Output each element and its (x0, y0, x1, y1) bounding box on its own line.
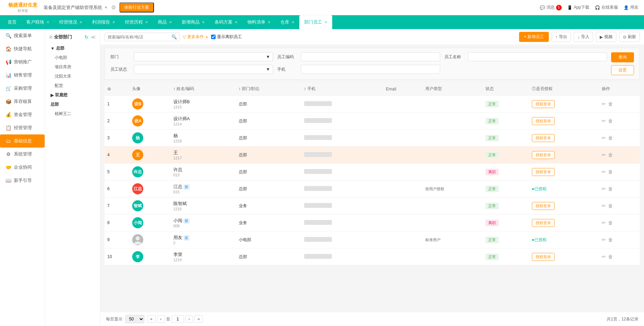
tab-close-icon[interactable]: ✕ (169, 20, 172, 25)
prev-page-btn[interactable]: ‹ (157, 315, 165, 323)
delete-icon[interactable]: 🗑 (608, 203, 613, 209)
search-btn[interactable]: 查询 (611, 52, 634, 62)
sidebar-coop[interactable]: 🤝 企业协同 (0, 161, 45, 174)
app-download-btn[interactable]: 📱 App下载 (567, 5, 589, 10)
sidebar-basic-info[interactable]: 🗂 基础信息 (0, 134, 45, 148)
dept-item-zongbu[interactable]: 总部 (48, 100, 97, 109)
edit-icon[interactable]: ✏ (602, 220, 606, 226)
tab-process[interactable]: 经营历程 ✕ (120, 15, 153, 29)
col-settings[interactable]: ⚙ (105, 82, 129, 96)
per-page-select[interactable]: 50 100 (125, 315, 144, 323)
message-btn[interactable]: 💬 消息 5 (540, 5, 562, 10)
filter-dept-select[interactable]: ▼ (134, 52, 273, 61)
col-phone[interactable]: ↕ 手机 (301, 82, 383, 96)
auth-btn[interactable]: 授权登录 (532, 134, 555, 142)
delete-icon[interactable]: 🗑 (608, 254, 613, 259)
auth-btn[interactable]: 授权登录 (532, 117, 555, 125)
tab-department[interactable]: 部门员工 ✕ (299, 15, 332, 29)
auth-btn[interactable]: 授权登录 (532, 253, 555, 261)
tab-close-icon[interactable]: ✕ (324, 20, 327, 25)
edit-icon[interactable]: ✏ (602, 135, 606, 141)
show-dimission-checkbox[interactable]: 显示离职员工 (211, 34, 242, 40)
collapse-dept-icon[interactable]: ≪ (91, 34, 96, 40)
settings-icon[interactable]: ⚙ (111, 4, 116, 11)
delete-icon[interactable]: 🗑 (608, 186, 613, 192)
delete-icon[interactable]: 🗑 (608, 220, 613, 226)
add-employee-btn[interactable]: + 新增员工 (519, 32, 549, 42)
tab-operation[interactable]: 经营情况 ✕ (54, 15, 87, 29)
search-box[interactable]: 🔍 (105, 33, 180, 41)
edit-icon[interactable]: ✏ (602, 237, 606, 243)
tab-goods[interactable]: 商品 ✕ (153, 15, 177, 29)
col-dept[interactable]: ↕ 部门/职位 (236, 82, 301, 96)
sidebar-system[interactable]: ⚙ 系统管理 (0, 148, 45, 161)
sidebar-management[interactable]: 📋 经营管理 (0, 121, 45, 134)
tab-close-icon[interactable]: ✕ (235, 20, 238, 25)
print-btn[interactable]: ⊙ 刷新 (619, 32, 640, 42)
sidebar-finance[interactable]: 💰 资金管理 (0, 108, 45, 121)
tab-home[interactable]: 首页 (3, 15, 21, 29)
delete-icon[interactable]: 🗑 (608, 169, 613, 175)
online-service-btn[interactable]: 🎧 在线客服 (595, 5, 618, 10)
sidebar-purchase[interactable]: 🛒 采购管理 (0, 82, 45, 95)
dept-item-shuanglu[interactable]: ▶ 双鹿想 (48, 90, 97, 100)
tab-new-goods[interactable]: 新增商品 ✕ (177, 15, 210, 29)
edit-icon[interactable]: ✏ (602, 118, 606, 124)
refresh-dept-icon[interactable]: ↻ (84, 34, 89, 40)
dept-item-peihuo[interactable]: 配货 (48, 81, 97, 90)
auth-btn[interactable]: 授权登录 (532, 219, 555, 227)
dept-item-project[interactable]: 项目库房 (48, 62, 97, 72)
import-btn[interactable]: ↓ 导入 (574, 32, 593, 42)
edit-icon[interactable]: ✏ (602, 169, 606, 175)
filter-empcode-input[interactable] (301, 52, 440, 61)
sidebar-fast-nav[interactable]: 🏠 快捷导航 (0, 42, 45, 55)
system-title[interactable]: 装备及固定资产辅助管理系统 ▼ ⚙ (44, 4, 116, 11)
auth-btn[interactable]: 授权登录 (532, 151, 555, 159)
delete-icon[interactable]: 🗑 (608, 135, 613, 141)
tab-close-icon[interactable]: ✕ (145, 20, 148, 25)
delete-icon[interactable]: 🗑 (608, 118, 613, 124)
first-page-btn[interactable]: « (147, 315, 156, 323)
edit-icon[interactable]: ✏ (602, 254, 606, 259)
trial-btn[interactable]: 体验行业方案 (119, 2, 154, 12)
edit-icon[interactable]: ✏ (602, 203, 606, 209)
edit-icon[interactable]: ✏ (602, 101, 606, 107)
tab-close-icon[interactable]: ✕ (291, 20, 294, 25)
sidebar-guide[interactable]: 📖 新手引导 (0, 174, 45, 187)
edit-icon[interactable]: ✏ (602, 186, 606, 192)
delete-icon[interactable]: 🗑 (608, 152, 613, 158)
set-btn[interactable]: 设置 (611, 65, 634, 75)
dept-item-root[interactable]: ▼ 总部 (48, 44, 97, 53)
edit-icon[interactable]: ✏ (602, 152, 606, 158)
dept-item-zhishu[interactable]: 植树王二 (48, 109, 97, 118)
tab-close-icon[interactable]: ✕ (79, 20, 82, 25)
next-page-btn[interactable]: › (185, 315, 193, 323)
auth-btn[interactable]: 授权登录 (532, 168, 555, 176)
view-btn[interactable]: ▶ 视频 (596, 32, 616, 42)
sidebar-sales[interactable]: 📊 销售管理 (0, 69, 45, 82)
filter-status-select[interactable]: ▼ (134, 65, 273, 74)
sidebar-search[interactable]: 🔍 搜索菜单 (0, 29, 45, 42)
tab-close-icon[interactable]: ✕ (46, 20, 49, 25)
dimission-checkbox-input[interactable] (211, 35, 216, 39)
delete-icon[interactable]: 🗑 (608, 237, 613, 243)
dept-item-xiaodian[interactable]: 小电部 (48, 53, 97, 62)
tab-close-icon[interactable]: ✕ (112, 20, 115, 25)
sidebar-inventory[interactable]: 📦 库存核算 (0, 95, 45, 108)
auth-btn[interactable]: 授权登录 (532, 100, 555, 108)
export-btn[interactable]: ↑ 导出 (552, 32, 571, 42)
tab-bom[interactable]: 物料清单 ✕ (243, 15, 275, 29)
page-input[interactable] (172, 315, 184, 323)
filter-phone-input[interactable] (301, 65, 440, 74)
last-page-btn[interactable]: » (194, 315, 203, 323)
filter-empname-input[interactable] (468, 52, 607, 61)
tab-barcode[interactable]: 条码方案 ✕ (210, 15, 243, 29)
tab-customer[interactable]: 客户联络 ✕ (21, 15, 54, 29)
more-filters-btn[interactable]: ▽ 更多条件 ∧ (183, 34, 208, 40)
search-input[interactable] (108, 35, 170, 39)
tab-close-icon[interactable]: ✕ (267, 20, 271, 25)
col-name[interactable]: ↕ 姓名/编码 (171, 82, 236, 96)
sidebar-marketing[interactable]: 📢 营销推广 (0, 55, 45, 69)
tab-warehouse[interactable]: 仓库 ✕ (275, 15, 299, 29)
tab-profit[interactable]: 利润报告 ✕ (87, 15, 120, 29)
